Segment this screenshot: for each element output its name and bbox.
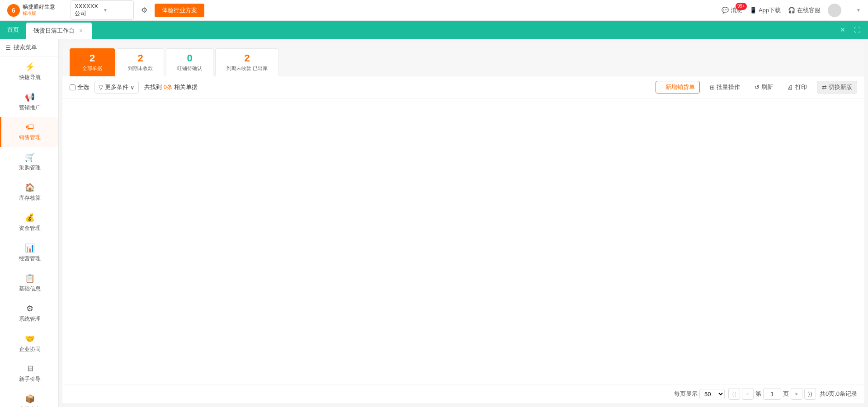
user-name[interactable]: ▼ xyxy=(849,6,861,14)
user-chevron-icon: ▼ xyxy=(856,8,861,13)
stat-num-all: 2 xyxy=(90,52,95,64)
sidebar-item-inventory-label: 库存核算 xyxy=(19,194,41,202)
message-btn[interactable]: 💬 消息 99+ xyxy=(722,6,742,14)
filter-button[interactable]: ▽ 更多条件 ∨ xyxy=(94,81,139,94)
print-btn[interactable]: 🖨 打印 xyxy=(783,81,811,93)
sidebar-item-system[interactable]: ⚙ 系统管理 xyxy=(0,298,58,328)
toolbar-right: + 新增销货单 ⊞ 批量操作 ↺ 刷新 🖨 打印 ⇄ xyxy=(656,81,857,94)
refresh-icon: ↺ xyxy=(755,84,760,91)
avatar[interactable] xyxy=(828,4,841,17)
select-all-label: 全选 xyxy=(77,83,89,91)
sidebar-item-app-center[interactable]: 📦 应用中心 xyxy=(0,388,58,407)
stat-label-overdue: 到期未收款 xyxy=(128,65,153,72)
logo-name: 畅捷通好生意 xyxy=(23,4,55,11)
switch-version-button[interactable]: ⇄ 切换新版 xyxy=(817,81,857,94)
content-area: 2 全部单据 2 到期未收款 0 旺铺待确认 2 到期未收款 已出库 xyxy=(59,39,868,407)
stat-label-pending: 旺铺待确认 xyxy=(177,65,202,72)
switch-label: 切换新版 xyxy=(829,83,852,91)
inventory-icon: 🏠 xyxy=(25,182,35,192)
stat-num-overdue-shipped: 2 xyxy=(244,52,250,64)
cooperation-icon: 🤝 xyxy=(25,334,35,344)
trial-button[interactable]: 体验行业方案 xyxy=(155,4,204,17)
sidebar-item-base-info[interactable]: 📋 基础信息 xyxy=(0,268,58,298)
settings-icon[interactable]: ⚙ xyxy=(137,4,151,17)
support-icon: 🎧 xyxy=(788,7,795,14)
purchase-icon: 🛒 xyxy=(25,152,35,162)
chevron-down-icon: ▼ xyxy=(103,8,130,13)
logo-tag: 标准版 xyxy=(23,10,55,17)
guide-icon: 🖥 xyxy=(26,364,34,374)
found-suffix: 相关单据 xyxy=(174,84,198,90)
refresh-btn[interactable]: ↺ 刷新 xyxy=(750,81,778,93)
company-selector[interactable]: XXXXXX公司 ▼ xyxy=(71,0,134,20)
sidebar-item-inventory[interactable]: 🏠 库存核算 xyxy=(0,177,58,207)
stat-num-pending: 0 xyxy=(187,52,192,64)
system-icon: ⚙ xyxy=(26,304,33,313)
filter-icon: ▽ xyxy=(99,84,103,91)
marketing-icon: 📢 xyxy=(25,92,35,102)
logo-icon: 6 xyxy=(7,4,20,17)
sidebar-item-sales-label: 销售管理 xyxy=(19,134,41,141)
sidebar: ☰ 搜索菜单 ⚡ 快捷导航 📢 营销推广 🏷 销售管理 🛒 采购管理 🏠 库存核… xyxy=(0,39,59,407)
stats-tabs: 2 全部单据 2 到期未收款 0 旺铺待确认 2 到期未收款 已出库 xyxy=(62,42,864,76)
page-number-input[interactable] xyxy=(763,388,781,400)
search-menu-btn[interactable]: ☰ 搜索菜单 xyxy=(0,39,58,56)
page-first-btn[interactable]: ⟨⟨ xyxy=(728,388,740,400)
sidebar-item-finance[interactable]: 💰 资金管理 xyxy=(0,207,58,238)
company-name: XXXXXX公司 xyxy=(75,3,101,18)
finance-icon: 💰 xyxy=(25,213,35,223)
sidebar-item-marketing[interactable]: 📢 营销推广 xyxy=(0,87,58,117)
app-download-btn[interactable]: 📱 App下载 xyxy=(750,6,781,14)
batch-icon: ⊞ xyxy=(710,84,715,91)
page-size-label: 每页显示 xyxy=(674,390,698,398)
stat-tab-all[interactable]: 2 全部单据 xyxy=(70,48,115,76)
stat-tab-pending[interactable]: 0 旺铺待确认 xyxy=(166,48,213,76)
app-download-label: App下载 xyxy=(759,6,781,14)
page-size-selector: 每页显示 50 100 200 xyxy=(674,389,725,399)
page-label: 第 xyxy=(755,390,761,398)
tab-close-icon[interactable]: × xyxy=(77,27,85,34)
quick-nav-icon: ⚡ xyxy=(25,62,35,72)
pagination: 每页显示 50 100 200 ⟨⟨ ＜ 第 页 ＞ ⟩⟩ 共0页,0条 xyxy=(62,384,864,403)
batch-btn[interactable]: ⊞ 批量操作 xyxy=(705,81,745,93)
tab-maximize-icon[interactable]: ⛶ xyxy=(852,24,863,35)
tab-minimize-icon[interactable]: ✕ xyxy=(837,24,848,35)
tab-workbench[interactable]: 钱货日清工作台 × xyxy=(26,23,92,39)
main-layout: ☰ 搜索菜单 ⚡ 快捷导航 📢 营销推广 🏷 销售管理 🛒 采购管理 🏠 库存核… xyxy=(0,39,868,407)
app-download-icon: 📱 xyxy=(750,7,757,14)
tab-home[interactable]: 首页 xyxy=(0,21,26,39)
message-badge: 99+ xyxy=(736,3,747,10)
page-size-select[interactable]: 50 100 200 xyxy=(699,389,725,399)
filter-chevron-icon: ∨ xyxy=(130,84,135,91)
select-all-checkbox[interactable] xyxy=(70,84,75,90)
search-menu-label: 搜索菜单 xyxy=(14,43,37,51)
sidebar-item-quick-nav-label: 快捷导航 xyxy=(19,74,41,81)
stat-tab-overdue-shipped[interactable]: 2 到期未收款 已出库 xyxy=(215,48,279,76)
tab-home-label: 首页 xyxy=(7,26,19,34)
select-all-wrapper[interactable]: 全选 xyxy=(70,83,89,91)
sidebar-item-sales[interactable]: 🏷 销售管理 xyxy=(0,117,58,147)
app-center-icon: 📦 xyxy=(25,394,35,404)
sidebar-item-guide[interactable]: 🖥 新手引导 xyxy=(0,359,58,388)
stat-tab-overdue[interactable]: 2 到期未收款 xyxy=(117,48,164,76)
toolbar: 全选 ▽ 更多条件 ∨ 共找到 0条 相关单据 + 新增销货单 ⊞ 批量操作 xyxy=(62,76,864,98)
sidebar-item-quick-nav[interactable]: ⚡ 快捷导航 xyxy=(0,56,58,87)
page-next-btn[interactable]: ＞ xyxy=(791,388,802,400)
page-last-btn[interactable]: ⟩⟩ xyxy=(804,388,816,400)
tab-workbench-label: 钱货日清工作台 xyxy=(33,27,75,35)
user-name-text xyxy=(849,6,854,14)
top-header: 6 畅捷通好生意 标准版 XXXXXX公司 ▼ ⚙ 体验行业方案 💬 消息 99… xyxy=(0,0,868,21)
new-sale-button[interactable]: + 新增销货单 xyxy=(656,81,700,94)
sidebar-item-purchase[interactable]: 🛒 采购管理 xyxy=(0,147,58,177)
found-count: 0条 xyxy=(164,84,173,90)
page-prev-btn[interactable]: ＜ xyxy=(742,388,754,400)
sidebar-item-operations[interactable]: 📊 经营管理 xyxy=(0,238,58,268)
sidebar-item-marketing-label: 营销推广 xyxy=(19,104,41,112)
refresh-label: 刷新 xyxy=(761,83,773,91)
total-text: 共0页,0条记录 xyxy=(820,390,857,398)
print-label: 打印 xyxy=(795,83,807,91)
sidebar-item-system-label: 系统管理 xyxy=(19,315,41,323)
sidebar-item-purchase-label: 采购管理 xyxy=(19,164,41,172)
sidebar-item-cooperation[interactable]: 🤝 企业协同 xyxy=(0,328,58,359)
support-btn[interactable]: 🎧 在线客服 xyxy=(788,6,821,14)
